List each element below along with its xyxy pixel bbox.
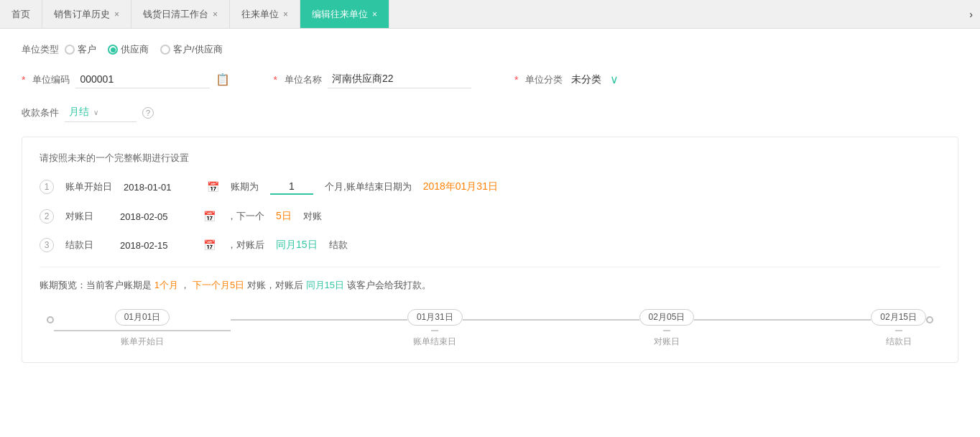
row-date-2: 2018-02-05 xyxy=(120,211,192,222)
radio-both-circle xyxy=(160,45,170,55)
unit-name-item: * 单位名称 xyxy=(273,70,471,88)
tab-cash-work[interactable]: 钱货日清工作台 × xyxy=(131,0,230,28)
tl-badge-1: 01月01日 xyxy=(115,309,170,326)
row-desc-3-suffix: 结款 xyxy=(329,239,348,252)
unit-type-radio-group: 客户 供应商 客户/供应商 xyxy=(65,43,223,56)
help-icon[interactable]: ? xyxy=(142,107,154,119)
tab-bar: 首页 销售订单历史 × 钱货日清工作台 × 往来单位 × 编辑往来单位 × › xyxy=(0,0,980,29)
row-num-1: 1 xyxy=(40,180,54,194)
unit-code-icon[interactable]: 📋 xyxy=(216,73,230,86)
preview-middle1: ， xyxy=(180,280,190,290)
radio-supplier-label: 供应商 xyxy=(121,43,149,56)
row-num-3: 3 xyxy=(40,238,54,252)
payment-select[interactable]: 月结 ∨ xyxy=(65,103,137,122)
payment-chevron-icon: ∨ xyxy=(93,109,98,116)
payment-value: 月结 xyxy=(69,106,89,119)
payment-row: 收款条件 月结 ∨ ? xyxy=(22,103,958,122)
unit-name-star: * xyxy=(273,74,277,86)
tl-tick-3 xyxy=(663,330,670,331)
tl-label-2: 账单结束日 xyxy=(413,336,456,348)
timeline-node-2: 01月31日 账单结束日 xyxy=(407,309,463,348)
unit-type-row: 单位类型 客户 供应商 客户/供应商 xyxy=(22,43,958,56)
tab-more-button[interactable]: › xyxy=(962,0,980,28)
unit-type-label: 单位类型 xyxy=(22,43,59,56)
chevron-right-icon: › xyxy=(969,9,973,20)
preview-section: 账期预览：当前客户账期是 1个月 ， 下一个月5日 对账，对账后 同月15日 该… xyxy=(40,267,940,348)
tl-tick-4 xyxy=(895,330,902,331)
row-desc-2-suffix: 对账 xyxy=(303,210,322,223)
radio-both[interactable]: 客户/供应商 xyxy=(160,43,223,56)
unit-type-item: 单位类型 客户 供应商 客户/供应商 xyxy=(22,43,223,56)
payment-label: 收款条件 xyxy=(22,106,59,119)
panel-title: 请按照未来的一个完整帐期进行设置 xyxy=(40,152,940,165)
row-desc-3-prefix: ，对账后 xyxy=(227,239,264,252)
unit-code-input[interactable] xyxy=(75,70,210,88)
unit-code-star: * xyxy=(22,74,25,86)
preview-part3: 同月15日 xyxy=(306,280,344,290)
tl-seg-1 xyxy=(231,319,407,321)
row-desc-2-highlight: 5日 xyxy=(276,210,292,223)
payment-item: 收款条件 月结 ∨ ? xyxy=(22,103,154,122)
unit-code-label: 单位编码 xyxy=(32,73,70,86)
tab-edit-partner-label: 编辑往来单位 xyxy=(312,8,368,21)
tab-cash-work-close[interactable]: × xyxy=(213,9,218,19)
tl-seg-3 xyxy=(694,319,871,321)
tab-cash-work-label: 钱货日清工作台 xyxy=(143,8,208,21)
period-end-date: 2018年01月31日 xyxy=(423,180,498,193)
row-label-1: 账单开始日 xyxy=(65,180,112,193)
tl-line-1 xyxy=(54,330,231,331)
tab-sales-order[interactable]: 销售订单历史 × xyxy=(42,0,131,28)
row-desc-3-highlight: 同月15日 xyxy=(276,239,318,252)
timeline-node-1: 01月01日 账单开始日 xyxy=(54,309,231,348)
period-unit: 个月,账单结束日期为 xyxy=(325,180,412,193)
tl-seg-2 xyxy=(463,319,639,321)
unit-name-input[interactable] xyxy=(328,70,471,88)
cal-icon-1[interactable]: 📅 xyxy=(207,181,219,193)
tab-partner-close[interactable]: × xyxy=(283,9,288,19)
row-label-3: 结款日 xyxy=(65,239,108,252)
setting-row-1: 1 账单开始日 2018-01-01 📅 账期为 个月,账单结束日期为 2018… xyxy=(40,179,940,195)
tab-sales-order-label: 销售订单历史 xyxy=(54,8,110,21)
tl-tick-2 xyxy=(431,330,438,331)
timeline-start-dot xyxy=(47,316,54,323)
radio-customer-label: 客户 xyxy=(78,43,96,56)
preview-part2: 下一个月5日 xyxy=(193,280,244,290)
radio-supplier[interactable]: 供应商 xyxy=(108,43,149,56)
cal-icon-3[interactable]: 📅 xyxy=(203,239,216,251)
period-prefix: 账期为 xyxy=(231,180,259,193)
preview-label: 账期预览：当前客户账期是 xyxy=(40,280,152,290)
tab-partner[interactable]: 往来单位 × xyxy=(230,0,300,28)
setting-row-3: 3 结款日 2018-02-15 📅 ，对账后 同月15日 结款 xyxy=(40,238,940,252)
tl-badge-2: 01月31日 xyxy=(407,309,463,326)
cal-icon-2[interactable]: 📅 xyxy=(203,211,216,222)
preview-middle2: 对账，对账后 xyxy=(247,280,303,290)
tab-home[interactable]: 首页 xyxy=(0,0,42,28)
timeline: 01月01日 账单开始日 01月31日 账单结束日 02月05日 xyxy=(40,309,940,348)
period-input[interactable] xyxy=(270,179,313,195)
tl-label-1: 账单开始日 xyxy=(121,336,164,348)
unit-category-label: 单位分类 xyxy=(525,73,563,86)
unit-category-item: * 单位分类 未分类 ∨ xyxy=(514,73,619,86)
row-date-3: 2018-02-15 xyxy=(120,240,192,251)
timeline-node-3: 02月05日 对账日 xyxy=(639,309,695,348)
tab-edit-partner[interactable]: 编辑往来单位 × xyxy=(300,0,389,28)
unit-name-label: 单位名称 xyxy=(285,73,322,86)
tab-sales-order-close[interactable]: × xyxy=(114,9,119,19)
radio-supplier-circle xyxy=(108,45,118,55)
row-date-1: 2018-01-01 xyxy=(124,182,195,193)
unit-info-row: * 单位编码 📋 * 单位名称 * 单位分类 未分类 ∨ xyxy=(22,70,958,88)
radio-both-label: 客户/供应商 xyxy=(173,43,223,56)
tl-label-4: 结款日 xyxy=(886,336,912,348)
main-content: 单位类型 客户 供应商 客户/供应商 * 单位编码 xyxy=(0,29,980,437)
timeline-node-4: 02月15日 结款日 xyxy=(871,309,926,348)
preview-part1: 1个月 xyxy=(154,280,178,290)
row-desc-2-prefix: ，下一个 xyxy=(227,210,264,223)
radio-customer[interactable]: 客户 xyxy=(65,43,96,56)
timeline-end-dot xyxy=(926,316,933,323)
tab-partner-label: 往来单位 xyxy=(241,8,279,21)
tab-edit-partner-close[interactable]: × xyxy=(372,9,377,19)
tl-label-3: 对账日 xyxy=(654,336,680,348)
unit-code-item: * 单位编码 📋 xyxy=(22,70,230,88)
preview-suffix: 该客户会给我打款。 xyxy=(347,280,431,290)
unit-category-dropdown-icon[interactable]: ∨ xyxy=(610,73,619,86)
